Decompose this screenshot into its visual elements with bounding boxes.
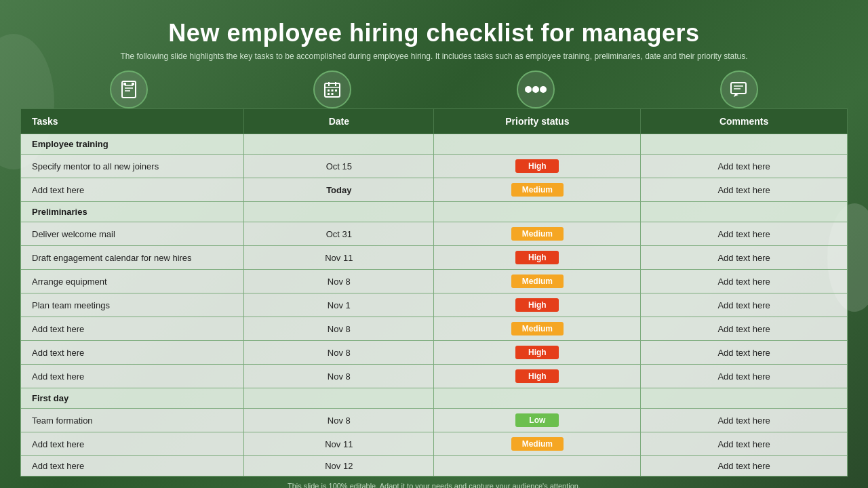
cell-comments: Add text here bbox=[641, 341, 848, 365]
cell-comments bbox=[641, 388, 848, 409]
svg-rect-4 bbox=[123, 83, 126, 85]
cell-date: Nov 1 bbox=[244, 293, 434, 317]
checklist-table-wrapper: Tasks Date Priority status Comments Empl… bbox=[20, 108, 848, 476]
cell-priority: High bbox=[434, 341, 641, 365]
cell-comments: Add text here bbox=[641, 155, 848, 178]
cell-priority: Medium bbox=[434, 222, 641, 246]
cell-task: Plan team meetings bbox=[21, 293, 244, 317]
cell-comments: Add text here bbox=[641, 432, 848, 456]
cell-task: Add text here bbox=[21, 456, 244, 476]
svg-rect-12 bbox=[335, 89, 337, 92]
col-header-tasks: Tasks bbox=[21, 109, 244, 134]
svg-point-15 bbox=[525, 86, 532, 93]
svg-rect-14 bbox=[332, 93, 334, 95]
table-row: Add text hereNov 8HighAdd text here bbox=[21, 365, 848, 388]
priority-badge: High bbox=[515, 298, 559, 312]
section-row: Employee training bbox=[21, 134, 848, 155]
footer-text: This slide is 100% editable. Adapt it to… bbox=[14, 476, 854, 488]
cell-task: Arrange equipment bbox=[21, 270, 244, 293]
cell-priority bbox=[434, 388, 641, 409]
table-row: Plan team meetingsNov 1HighAdd text here bbox=[21, 293, 848, 317]
cell-comments bbox=[641, 202, 848, 222]
table-row: Arrange equipmentNov 8MediumAdd text her… bbox=[21, 270, 848, 293]
svg-rect-5 bbox=[132, 83, 134, 85]
svg-rect-10 bbox=[328, 89, 330, 92]
priority-badge: Medium bbox=[511, 183, 564, 197]
table-row: Add text hereNov 12Add text here bbox=[21, 456, 848, 476]
cell-task: Add text here bbox=[21, 317, 244, 341]
cell-comments: Add text here bbox=[641, 293, 848, 317]
checklist-table: Tasks Date Priority status Comments Empl… bbox=[20, 108, 848, 476]
slide-container: New employee hiring checklist for manage… bbox=[14, 7, 854, 488]
cell-date: Nov 11 bbox=[244, 432, 434, 456]
cell-priority: High bbox=[434, 365, 641, 388]
cell-task: Specify mentor to all new joiners bbox=[21, 155, 244, 178]
cell-date: Nov 11 bbox=[244, 246, 434, 270]
cell-priority: High bbox=[434, 155, 641, 178]
cell-comments: Add text here bbox=[641, 246, 848, 270]
cell-date: Nov 8 bbox=[244, 409, 434, 432]
priority-badge: High bbox=[515, 369, 559, 383]
cell-date: Nov 12 bbox=[244, 456, 434, 476]
cell-comments: Add text here bbox=[641, 409, 848, 432]
table-row: Deliver welcome mailOct 31MediumAdd text… bbox=[21, 222, 848, 246]
cell-priority: Medium bbox=[434, 432, 641, 456]
cell-priority: Medium bbox=[434, 270, 641, 293]
table-row: Add text hereNov 8MediumAdd text here bbox=[21, 317, 848, 341]
cell-date: Today bbox=[244, 178, 434, 202]
priority-badge: Medium bbox=[511, 227, 564, 241]
cell-priority bbox=[434, 134, 641, 155]
cell-priority bbox=[434, 456, 641, 476]
cell-date: Nov 8 bbox=[244, 317, 434, 341]
table-row: Draft engagement calendar for new hiresN… bbox=[21, 246, 848, 270]
cell-comments: Add text here bbox=[641, 317, 848, 341]
svg-point-17 bbox=[540, 86, 547, 93]
table-header-row: Tasks Date Priority status Comments bbox=[21, 109, 848, 134]
table-row: Add text hereNov 8HighAdd text here bbox=[21, 341, 848, 365]
page-subtitle: The following slide highlights the key t… bbox=[14, 52, 854, 70]
cell-date bbox=[244, 202, 434, 222]
cell-task: Team formation bbox=[21, 409, 244, 432]
priority-badge: Medium bbox=[511, 322, 564, 336]
section-row: Preliminaries bbox=[21, 202, 848, 222]
cell-priority: Medium bbox=[434, 317, 641, 341]
svg-point-16 bbox=[532, 86, 539, 93]
priority-badge: Low bbox=[515, 413, 559, 427]
cell-task: Draft engagement calendar for new hires bbox=[21, 246, 244, 270]
table-row: Add text hereNov 11MediumAdd text here bbox=[21, 432, 848, 456]
priority-badge: High bbox=[515, 346, 559, 359]
svg-rect-18 bbox=[731, 83, 746, 94]
cell-date: Nov 8 bbox=[244, 341, 434, 365]
icons-row bbox=[14, 70, 854, 108]
cell-task: Add text here bbox=[21, 432, 244, 456]
cell-comments: Add text here bbox=[641, 270, 848, 293]
cell-comments: Add text here bbox=[641, 365, 848, 388]
cell-date: Nov 8 bbox=[244, 365, 434, 388]
cell-task: Employee training bbox=[21, 134, 244, 155]
cell-comments: Add text here bbox=[641, 178, 848, 202]
priority-badge: Medium bbox=[511, 437, 564, 451]
table-row: Team formationNov 8LowAdd text here bbox=[21, 409, 848, 432]
tasks-icon bbox=[110, 70, 148, 108]
col-header-comments: Comments bbox=[641, 109, 848, 134]
priority-icon bbox=[517, 70, 555, 108]
cell-task: Add text here bbox=[21, 178, 244, 202]
col-header-priority: Priority status bbox=[434, 109, 641, 134]
cell-date: Oct 31 bbox=[244, 222, 434, 246]
table-row: Add text hereTodayMediumAdd text here bbox=[21, 178, 848, 202]
cell-comments bbox=[641, 134, 848, 155]
cell-comments: Add text here bbox=[641, 222, 848, 246]
cell-priority: Medium bbox=[434, 178, 641, 202]
cell-task: First day bbox=[21, 388, 244, 409]
priority-badge: High bbox=[515, 159, 559, 173]
cell-task: Add text here bbox=[21, 341, 244, 365]
cell-task: Preliminaries bbox=[21, 202, 244, 222]
page-title: New employee hiring checklist for manage… bbox=[14, 7, 854, 52]
cell-task: Add text here bbox=[21, 365, 244, 388]
cell-date bbox=[244, 134, 434, 155]
svg-rect-11 bbox=[332, 89, 334, 92]
cell-task: Deliver welcome mail bbox=[21, 222, 244, 246]
cell-date: Nov 8 bbox=[244, 270, 434, 293]
cell-priority: High bbox=[434, 246, 641, 270]
section-row: First day bbox=[21, 388, 848, 409]
